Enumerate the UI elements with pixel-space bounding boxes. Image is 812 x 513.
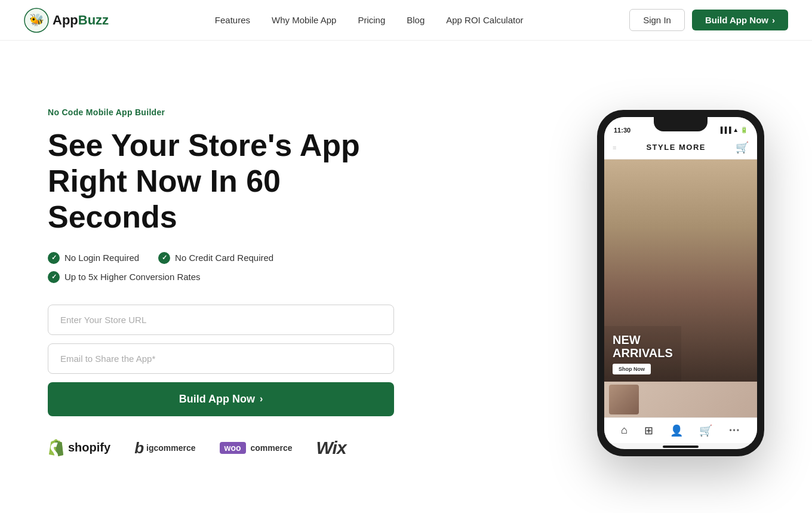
arrow-icon: › [260, 394, 263, 404]
phone-banner-subtitle: ARRIVALS [613, 346, 673, 360]
shopify-logo: shopify [48, 438, 110, 457]
bigcommerce-logo: b igcommerce [134, 440, 195, 456]
phone-grid-nav-icon[interactable]: ⊞ [644, 424, 653, 437]
phone-thumbnail [609, 385, 639, 414]
nav-blog[interactable]: Blog [407, 15, 425, 25]
phone-menu-icon: ≡ [613, 144, 616, 151]
phone-home-indicator [663, 446, 699, 448]
email-input[interactable] [48, 343, 394, 374]
woo-badge: woo [220, 442, 246, 454]
hero-title: See Your Store's App Right Now In 60 Sec… [48, 128, 394, 235]
hero-features: No Login Required No Credit Card Require… [48, 252, 394, 283]
check-icon-1 [48, 252, 60, 264]
feature-no-login: No Login Required [48, 252, 139, 264]
nav-links: Features Why Mobile App Pricing Blog App… [215, 15, 524, 26]
phone-cart-nav-icon[interactable]: 🛒 [699, 424, 712, 437]
phone-second-image [604, 382, 757, 417]
nav-pricing[interactable]: Pricing [358, 15, 385, 25]
phone-notch [654, 117, 708, 131]
phone-bottom-nav: ⌂ ⊞ 👤 🛒 ••• [604, 417, 757, 443]
phone-banner-title: NEW [613, 333, 673, 346]
phone-hero-image: NEW ARRIVALS Shop Now [604, 159, 757, 382]
hero-tagline: No Code Mobile App Builder [48, 107, 394, 117]
shopify-text: shopify [68, 441, 110, 454]
bigcommerce-text: igcommerce [146, 443, 195, 453]
hero-form: Build App Now › [48, 305, 394, 416]
check-icon-3 [48, 271, 60, 283]
phone-promo-banner: NEW ARRIVALS Shop Now [604, 326, 681, 382]
phone-home-nav-icon[interactable]: ⌂ [621, 424, 628, 437]
store-url-input[interactable] [48, 305, 394, 335]
signin-button[interactable]: Sign In [629, 9, 685, 31]
logo-text: AppBuzz [53, 13, 109, 28]
phone-signal-icons: ▐▐▐ ▲ 🔋 [718, 127, 748, 133]
build-app-hero-button[interactable]: Build App Now › [48, 382, 394, 416]
phone-app-header: ≡ STYLE MORE 🛒 [604, 136, 757, 159]
nav-roi-calculator[interactable]: App ROI Calculator [446, 15, 523, 25]
hero-section: No Code Mobile App Builder See Your Stor… [0, 41, 812, 513]
phone-screen: 11:30 ▐▐▐ ▲ 🔋 ≡ STYLE MORE 🛒 NEW ARRIVAL… [604, 117, 757, 449]
woocommerce-logo: woo commerce [220, 442, 293, 454]
phone-mockup: 11:30 ▐▐▐ ▲ 🔋 ≡ STYLE MORE 🛒 NEW ARRIVAL… [597, 110, 764, 456]
phone-more-nav-icon[interactable]: ••• [729, 426, 740, 435]
shopify-icon [48, 438, 64, 457]
build-app-nav-button[interactable]: Build App Now › [692, 10, 788, 30]
nav-actions: Sign In Build App Now › [629, 9, 788, 31]
partner-logos: shopify b igcommerce woo commerce Wix [48, 438, 394, 458]
bigcommerce-b-icon: b [134, 440, 144, 456]
phone-shop-button[interactable]: Shop Now [613, 364, 651, 374]
wix-logo: Wix [316, 438, 346, 458]
svg-text:🐝: 🐝 [29, 13, 44, 27]
brand-logo[interactable]: 🐝 AppBuzz [24, 8, 109, 33]
hero-left: No Code Mobile App Builder See Your Stor… [48, 107, 394, 457]
phone-cart-icon: 🛒 [736, 141, 749, 154]
navbar: 🐝 AppBuzz Features Why Mobile App Pricin… [0, 0, 812, 41]
phone-time: 11:30 [614, 127, 630, 134]
hero-right: 11:30 ▐▐▐ ▲ 🔋 ≡ STYLE MORE 🛒 NEW ARRIVAL… [394, 110, 764, 456]
feature-conversion: Up to 5x Higher Conversion Rates [48, 271, 394, 283]
nav-features[interactable]: Features [215, 15, 250, 25]
check-icon-2 [158, 252, 170, 264]
nav-why-mobile[interactable]: Why Mobile App [272, 15, 336, 25]
phone-store-name: STYLE MORE [646, 143, 706, 152]
logo-icon: 🐝 [24, 8, 49, 33]
woo-commerce-text: commerce [251, 443, 293, 453]
feature-no-credit-card: No Credit Card Required [158, 252, 273, 264]
arrow-right-icon: › [772, 15, 775, 25]
phone-profile-nav-icon[interactable]: 👤 [670, 424, 683, 437]
wix-text: Wix [316, 438, 346, 458]
